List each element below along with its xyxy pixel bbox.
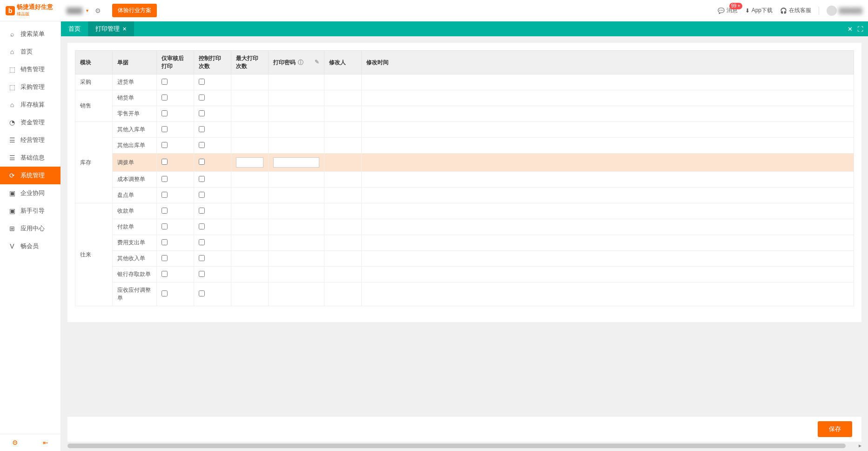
sidebar-item-purchase[interactable]: ⬚采购管理	[0, 78, 61, 96]
download-button[interactable]: ⬇ App下载	[745, 7, 773, 14]
limit-count-checkbox[interactable]	[199, 142, 205, 148]
edit-password-icon[interactable]: ✎	[315, 59, 319, 65]
tabs: 首页打印管理✕ ✕ ⛶	[61, 21, 868, 36]
sidebar-settings-button[interactable]: ⚙	[0, 434, 30, 451]
industry-plan-button[interactable]: 体验行业方案	[112, 4, 157, 17]
limit-count-checkbox[interactable]	[199, 79, 205, 85]
limit-count-checkbox[interactable]	[199, 239, 205, 245]
scroll-right-icon[interactable]: ►	[858, 443, 862, 448]
audit-only-checkbox[interactable]	[161, 79, 168, 85]
cell-limit-count	[194, 235, 231, 251]
limit-count-checkbox[interactable]	[199, 255, 205, 261]
cell-modify-time	[362, 154, 854, 172]
tab-print[interactable]: 打印管理✕	[88, 21, 134, 36]
table-row: 库存其他入库单	[75, 122, 854, 138]
cell-module: 销售	[75, 90, 113, 122]
cell-audit-only	[157, 219, 194, 235]
limit-count-checkbox[interactable]	[199, 176, 205, 182]
sidebar-item-label: 经营管理	[20, 136, 45, 144]
service-button[interactable]: 🎧 在线客服	[780, 7, 811, 14]
cell-max-count	[231, 251, 269, 267]
limit-count-checkbox[interactable]	[199, 94, 205, 101]
sidebar-collapse-button[interactable]: ⇤	[30, 434, 61, 451]
help-icon[interactable]: ⓘ	[298, 59, 303, 66]
scrollbar-thumb[interactable]	[67, 444, 846, 448]
gear-icon[interactable]: ⚙	[95, 7, 101, 14]
th-modifier: 修改人	[324, 51, 362, 74]
tab-home[interactable]: 首页	[61, 21, 88, 36]
cell-doc: 其他收入单	[113, 251, 157, 267]
audit-only-checkbox[interactable]	[161, 192, 168, 198]
cell-modifier	[324, 122, 362, 138]
max-count-input[interactable]	[236, 157, 263, 168]
limit-count-checkbox[interactable]	[199, 126, 205, 132]
cell-max-count	[231, 188, 269, 203]
sidebar-item-base[interactable]: ☰基础信息	[0, 149, 61, 167]
audit-only-checkbox[interactable]	[161, 142, 168, 148]
audit-only-checkbox[interactable]	[161, 255, 168, 261]
cell-audit-only	[157, 283, 194, 306]
fullscreen-icon[interactable]: ⛶	[857, 26, 863, 33]
tab-close-icon[interactable]: ✕	[122, 26, 127, 32]
sidebar-item-vip[interactable]: V畅会员	[0, 237, 61, 255]
sidebar-item-search[interactable]: ⌕搜索菜单	[0, 25, 61, 43]
limit-count-checkbox[interactable]	[199, 192, 205, 198]
cell-modifier	[324, 106, 362, 122]
cell-limit-count	[194, 188, 231, 203]
sidebar-item-system[interactable]: ⟳系统管理	[0, 167, 61, 184]
cell-password	[269, 138, 324, 154]
cell-audit-only	[157, 90, 194, 106]
horizontal-scrollbar[interactable]: ◄ ►	[67, 444, 861, 448]
sidebar-item-label: 资金管理	[20, 118, 45, 127]
sidebar-item-label: 畅会员	[20, 242, 39, 250]
sidebar-item-operate[interactable]: ☰经营管理	[0, 131, 61, 149]
limit-count-checkbox[interactable]	[199, 271, 205, 277]
limit-count-checkbox[interactable]	[199, 290, 205, 296]
save-button[interactable]: 保存	[818, 421, 852, 437]
audit-only-checkbox[interactable]	[161, 271, 168, 277]
cell-module: 往来	[75, 203, 113, 306]
limit-count-checkbox[interactable]	[199, 110, 205, 116]
logo[interactable]: b 畅捷通好生意 臻品版	[6, 4, 61, 17]
user-name: ██████	[839, 7, 862, 14]
cell-max-count	[231, 219, 269, 235]
limit-count-checkbox[interactable]	[199, 159, 205, 165]
cell-doc: 销货单	[113, 90, 157, 106]
cell-modify-time	[362, 138, 854, 154]
audit-only-checkbox[interactable]	[161, 176, 168, 182]
sidebar-item-guide[interactable]: ▣新手引导	[0, 202, 61, 220]
audit-only-checkbox[interactable]	[161, 223, 168, 229]
audit-only-checkbox[interactable]	[161, 110, 168, 116]
tab-close-all-icon[interactable]: ✕	[848, 26, 853, 33]
audit-only-checkbox[interactable]	[161, 159, 168, 165]
audit-only-checkbox[interactable]	[161, 126, 168, 132]
cell-modifier	[324, 283, 362, 306]
org-selector[interactable]: ████ ▾ ⚙	[61, 7, 107, 14]
cell-audit-only	[157, 106, 194, 122]
audit-only-checkbox[interactable]	[161, 290, 168, 296]
sidebar-item-coop[interactable]: ▣企业协同	[0, 184, 61, 202]
limit-count-checkbox[interactable]	[199, 223, 205, 229]
cell-modify-time	[362, 251, 854, 267]
sidebar-item-sales[interactable]: ⬚销售管理	[0, 61, 61, 78]
audit-only-checkbox[interactable]	[161, 208, 168, 214]
sidebar-item-label: 应用中心	[20, 224, 45, 233]
audit-only-checkbox[interactable]	[161, 239, 168, 245]
sidebar-item-stock[interactable]: ⌂库存核算	[0, 96, 61, 114]
cell-modifier	[324, 172, 362, 188]
cell-doc: 成本调整单	[113, 172, 157, 188]
system-icon: ⟳	[8, 172, 16, 179]
password-input[interactable]	[273, 157, 319, 168]
user-menu[interactable]: ██████	[827, 6, 862, 16]
th-audit-only: 仅审核后打印	[157, 51, 194, 74]
table-row: 成本调整单	[75, 172, 854, 188]
sidebar-item-appcenter[interactable]: ⊞应用中心	[0, 220, 61, 237]
limit-count-checkbox[interactable]	[199, 208, 205, 214]
sidebar-footer: ⚙ ⇤	[0, 434, 61, 451]
audit-only-checkbox[interactable]	[161, 94, 168, 101]
cell-modifier	[324, 188, 362, 203]
message-button[interactable]: 💬 消息 99 +	[718, 7, 738, 14]
table-row: 往来收款单	[75, 203, 854, 219]
sidebar-item-fund[interactable]: ◔资金管理	[0, 114, 61, 131]
sidebar-item-home[interactable]: ⌂首页	[0, 43, 61, 61]
